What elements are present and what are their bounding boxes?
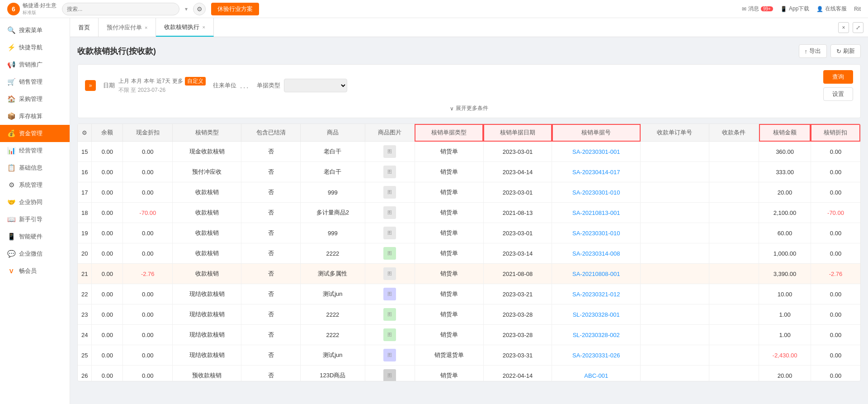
sidebar-item-hardware[interactable]: 📱 智能硬件 — [0, 228, 70, 245]
bill-no-link[interactable]: SA-20210808-001 — [572, 271, 620, 277]
cell-verify-discount: 0.00 — [811, 243, 860, 264]
from-unit-dots: ... — [240, 81, 250, 90]
col-goods: 商品 — [301, 124, 365, 142]
cell-verify-type: 现结收款核销 — [173, 345, 241, 366]
bill-no-link[interactable]: SL-20230328-001 — [573, 311, 620, 318]
cell-cash-discount: 0.00 — [123, 142, 173, 162]
sales-icon: 🛒 — [7, 78, 15, 86]
filter-bill-type-field: 单据类型 — [257, 79, 347, 92]
sidebar-item-basicinfo[interactable]: 📋 基础信息 — [0, 159, 70, 176]
tab-prepay-close-icon[interactable]: × — [145, 25, 147, 30]
top-search-input[interactable] — [62, 3, 179, 15]
sidebar-item-sales[interactable]: 🛒 销售管理 — [0, 73, 70, 90]
header-row: ⚙ 余额 现金折扣 核销类型 包含已结清 商品 商品图片 核销单据类型 核销单据… — [78, 124, 860, 142]
table-row: 21 0.00 -2.76 收款核销 否 测试多属性 图 销货单 2021-08… — [78, 264, 860, 284]
cell-bill-date: 2021-08-13 — [483, 203, 552, 223]
bill-no-link[interactable]: SA-20210813-001 — [572, 209, 620, 216]
page-header: 收款核销执行(按收款) ↑ 导出 ↻ 刷新 — [77, 44, 861, 58]
cell-bill-no: SA-20210808-001 — [552, 264, 641, 284]
sidebar-item-marketing[interactable]: 📢 营销推广 — [0, 56, 70, 73]
sidebar-item-member[interactable]: V 畅会员 — [0, 262, 70, 280]
app-download-icon: 📱 — [780, 6, 787, 12]
cell-goods-img: 图 — [365, 284, 415, 304]
table-row: 25 0.00 0.00 现结收款核销 否 测试jun 图 销货退货单 2023… — [78, 345, 860, 366]
cell-bill-date: 2023-03-28 — [483, 304, 552, 325]
table-row: 22 0.00 0.00 现结收款核销 否 测试jun 图 销货单 2023-0… — [78, 284, 860, 304]
tab-collection[interactable]: 收款核销执行 × — [156, 18, 213, 37]
filter-toggle-button[interactable]: » — [85, 80, 96, 91]
cell-receipt-order — [641, 304, 709, 325]
bill-no-link[interactable]: SL-20230328-002 — [573, 332, 620, 338]
sidebar-label-finance: 资金管理 — [19, 129, 42, 138]
col-verify-amount: 核销金额 — [759, 124, 811, 142]
export-button[interactable]: ↑ 导出 — [799, 44, 827, 58]
query-button[interactable]: 查询 — [823, 70, 853, 84]
system-icon: ⚙ — [7, 181, 15, 189]
filter-date-field: 日期 上月 本月 本年 近7天 更多 自定义 不限 至 2023-07-26 — [103, 77, 206, 94]
sidebar-item-finance[interactable]: 💰 资金管理 — [0, 125, 70, 142]
message-button[interactable]: ✉ 消息 99+ — [742, 5, 773, 13]
cell-receipt-condition — [709, 264, 759, 284]
tab-expand-button[interactable]: ⤢ — [853, 22, 863, 33]
tab-home[interactable]: 首页 — [70, 18, 99, 37]
wechat-icon: 💬 — [7, 250, 15, 258]
sidebar-item-wechat[interactable]: 💬 企业微信 — [0, 245, 70, 262]
date-7days[interactable]: 近7天 — [156, 77, 170, 85]
col-goods-img: 商品图片 — [365, 124, 415, 142]
tab-close-window-button[interactable]: × — [838, 22, 849, 33]
user-name: Rit — [854, 6, 861, 12]
date-this-year[interactable]: 本年 — [144, 77, 155, 85]
export-icon: ↑ — [805, 48, 808, 55]
sidebar-label-sales: 销售管理 — [19, 78, 42, 86]
table-row: 19 0.00 0.00 收款核销 否 999 图 销货单 2023-03-01… — [78, 223, 860, 243]
logo-icon: 6 — [7, 3, 20, 15]
bill-no-link[interactable]: SA-20230331-026 — [572, 352, 620, 359]
bill-no-link[interactable]: SA-20230314-008 — [572, 250, 620, 257]
cell-bill-date: 2022-04-14 — [483, 366, 552, 382]
bill-no-link[interactable]: SA-20230414-017 — [572, 169, 620, 176]
logo: 6 畅捷通·好生意 标准版 — [7, 2, 57, 16]
date-last-month[interactable]: 上月 — [118, 77, 129, 85]
tab-collection-close-icon[interactable]: × — [202, 24, 205, 30]
bill-no-link[interactable]: SA-20230321-012 — [572, 291, 620, 298]
cell-receipt-order — [641, 162, 709, 182]
cell-id: 24 — [78, 325, 92, 345]
date-custom[interactable]: 自定义 — [185, 77, 206, 86]
sidebar-item-company[interactable]: 🤝 企业协同 — [0, 194, 70, 211]
sidebar-item-search[interactable]: 🔍 搜索菜单 — [0, 22, 70, 39]
sidebar-item-system[interactable]: ⚙ 系统管理 — [0, 176, 70, 194]
online-service-button[interactable]: 👤 在线客服 — [816, 5, 847, 13]
date-more[interactable]: 更多 — [172, 77, 183, 85]
cell-receipt-condition — [709, 162, 759, 182]
col-settings[interactable]: ⚙ — [78, 124, 92, 142]
tab-prepay[interactable]: 预付冲应付单 × — [99, 18, 156, 37]
bill-no-link[interactable]: SA-20230301-001 — [572, 148, 620, 155]
bill-no-link[interactable]: SA-20230301-010 — [572, 189, 620, 196]
cell-cash-discount: 0.00 — [123, 162, 173, 182]
cell-bill-type: 销货单 — [415, 264, 483, 284]
cell-include-settled: 否 — [241, 284, 301, 304]
cell-goods-img: 图 — [365, 182, 415, 203]
sidebar-item-guide[interactable]: 📖 新手引导 — [0, 211, 70, 228]
finance-icon: 💰 — [7, 129, 15, 138]
tab-bar-controls: × ⤢ — [834, 18, 868, 37]
cell-bill-no: SA-20210813-001 — [552, 203, 641, 223]
filter-setting-button[interactable]: 设置 — [823, 87, 853, 101]
sidebar-item-stock[interactable]: 📦 库存核算 — [0, 108, 70, 125]
cell-balance: 0.00 — [92, 284, 123, 304]
cell-verify-discount: -70.00 — [811, 203, 860, 223]
sidebar-item-purchase[interactable]: 🏠 采购管理 — [0, 90, 70, 108]
refresh-button[interactable]: ↻ 刷新 — [830, 44, 861, 58]
industry-solution-button[interactable]: 休验行业方案 — [211, 3, 259, 15]
expand-more-filters-button[interactable]: ∨ 展开更多条件 — [450, 105, 488, 112]
bill-type-select[interactable] — [284, 79, 347, 92]
app-download-button[interactable]: 📱 App下载 — [780, 5, 809, 13]
bill-no-link[interactable]: ABC-001 — [584, 372, 608, 379]
sidebar-label-member: 畅会员 — [19, 267, 37, 275]
gear-settings-button[interactable]: ⚙ — [193, 3, 206, 15]
bill-no-link[interactable]: SA-20230301-010 — [572, 230, 620, 237]
sidebar-item-quicknav[interactable]: ⚡ 快捷导航 — [0, 39, 70, 56]
sidebar-item-management[interactable]: 📊 经营管理 — [0, 142, 70, 159]
cell-receipt-order — [641, 325, 709, 345]
date-this-month[interactable]: 本月 — [131, 77, 142, 85]
